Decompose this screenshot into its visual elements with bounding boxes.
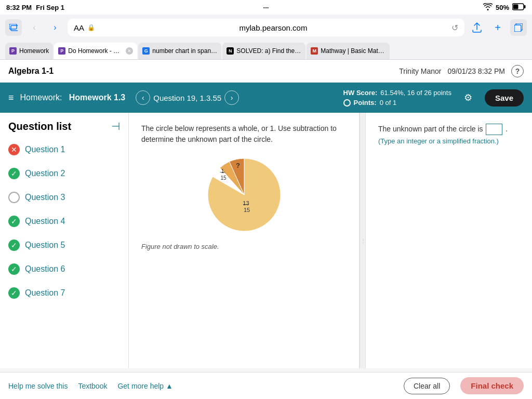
divider-dots-icon: ⋮ xyxy=(361,238,365,244)
tab-solved[interactable]: N SOLVED: a) Find the eq... xyxy=(222,43,305,59)
help-button[interactable]: ? xyxy=(511,65,524,77)
q-status-icon-6: ✓ xyxy=(8,263,20,275)
final-check-button[interactable]: Final check xyxy=(460,377,524,394)
hw-label: Homework: Homework 1.3 xyxy=(20,93,126,102)
svg-rect-3 xyxy=(9,24,17,29)
prev-question-button[interactable]: ‹ xyxy=(136,90,150,105)
tab-close-2[interactable]: ✕ xyxy=(126,47,133,55)
textbook-link[interactable]: Textbook xyxy=(78,382,107,390)
tab-mathway[interactable]: M Mathway | Basic Math P... xyxy=(307,43,390,59)
tab-do-homework[interactable]: P Do Homework - Homew... ✕ xyxy=(54,43,137,59)
points-label: Points: xyxy=(354,98,377,108)
hw-score-label: HW Score: xyxy=(343,88,378,98)
q-status-icon-3 xyxy=(8,192,20,203)
tab-overview-button[interactable] xyxy=(5,19,22,36)
tab-title-2: Do Homework - Homew... xyxy=(68,47,122,55)
q-status-icon-5: ✓ xyxy=(8,240,20,251)
more-help-link[interactable]: Get more help ▲ xyxy=(117,382,172,390)
main-content: Question list ⊣ ✕ Question 1 ✓ Question … xyxy=(0,113,532,368)
day-date: Fri Sep 1 xyxy=(36,4,64,11)
svg-rect-1 xyxy=(524,5,526,8)
q-label-1: Question 1 xyxy=(25,145,65,154)
menu-icon[interactable]: ≡ xyxy=(8,92,14,103)
new-tab-button[interactable]: + xyxy=(489,19,506,36)
q-label-2: Question 2 xyxy=(25,169,65,178)
question-item-4[interactable]: ✓ Question 4 xyxy=(0,209,128,233)
divider-handle[interactable]: ⋮ xyxy=(360,113,366,368)
answer-hint: (Type an integer or a simplified fractio… xyxy=(378,137,520,145)
bottom-toolbar: Help me solve this Textbook Get more hel… xyxy=(0,372,532,399)
tab-favicon-1: P xyxy=(9,47,17,55)
browser-chrome: ‹ › AA 🔒 mylab.pearson.com ↺ + P Homewor… xyxy=(0,15,532,60)
tab-title-4: SOLVED: a) Find the eq... xyxy=(236,47,301,55)
svg-text:13
          —
          15: 13 — 15 xyxy=(243,200,250,213)
battery-label: 50% xyxy=(496,4,509,11)
question-item-7[interactable]: ✓ Question 7 xyxy=(0,281,128,305)
q-label-7: Question 7 xyxy=(25,288,65,298)
next-question-button[interactable]: › xyxy=(224,90,239,105)
q-label-6: Question 6 xyxy=(25,264,65,274)
aa-button[interactable]: AA xyxy=(74,23,84,32)
question-item-1[interactable]: ✕ Question 1 xyxy=(0,138,128,162)
svg-rect-6 xyxy=(514,25,521,32)
status-bar: 8:32 PM Fri Sep 1 ··· 50% xyxy=(0,0,532,15)
question-item-5[interactable]: ✓ Question 5 xyxy=(0,233,128,257)
question-list-sidebar: Question list ⊣ ✕ Question 1 ✓ Question … xyxy=(0,113,129,368)
question-list-title: Question list xyxy=(8,121,71,132)
q-label-3: Question 3 xyxy=(25,193,65,202)
answer-text-after: . xyxy=(506,125,508,133)
tab-favicon-4: N xyxy=(227,47,234,55)
battery-icon xyxy=(512,3,526,12)
answer-text-before: The unknown part of the circle is xyxy=(378,125,483,133)
tab-favicon-5: M xyxy=(311,47,318,55)
tab-title-5: Mathway | Basic Math P... xyxy=(321,47,385,55)
svg-rect-2 xyxy=(513,4,518,9)
forward-button[interactable]: › xyxy=(47,19,63,36)
status-dots: ··· xyxy=(263,4,269,11)
q-status-icon-7: ✓ xyxy=(8,287,20,299)
answer-input-box[interactable] xyxy=(486,124,502,135)
question-content-area: The circle below represents a whole, or … xyxy=(129,113,360,368)
user-name: Trinity Manor xyxy=(399,67,441,75)
page-header: Algebra 1-1 Trinity Manor 09/01/23 8:32 … xyxy=(0,60,532,83)
q-status-icon-2: ✓ xyxy=(8,168,20,179)
settings-icon[interactable]: ⚙ xyxy=(464,92,472,103)
collapse-icon[interactable]: ⊣ xyxy=(111,120,120,132)
time: 8:32 PM xyxy=(6,4,32,11)
clear-all-button[interactable]: Clear all xyxy=(404,378,450,394)
tab-favicon-2: P xyxy=(58,47,65,55)
hw-name: Homework 1.3 xyxy=(69,93,125,102)
hw-nav: ‹ Question 19, 1.3.55 › xyxy=(136,90,239,105)
wifi-icon xyxy=(483,3,493,12)
tabs-button[interactable] xyxy=(510,19,527,36)
question-item-3[interactable]: Question 3 xyxy=(0,185,128,209)
url-text: mylab.pearson.com xyxy=(98,23,448,32)
question-description: The circle below represents a whole, or … xyxy=(141,123,347,145)
q-status-icon-4: ✓ xyxy=(8,216,20,227)
question-item-6[interactable]: ✓ Question 6 xyxy=(0,257,128,281)
question-item-2[interactable]: ✓ Question 2 xyxy=(0,162,128,185)
reload-button[interactable]: ↺ xyxy=(451,23,458,33)
hw-header: ≡ Homework: Homework 1.3 ‹ Question 19, … xyxy=(0,83,532,113)
more-help-arrow-icon: ▲ xyxy=(166,382,173,390)
tab-title-1: Homework xyxy=(19,47,49,55)
q-status-icon-1: ✕ xyxy=(8,144,20,155)
question-label: Question 19, 1.3.55 xyxy=(153,94,221,102)
tab-homework[interactable]: P Homework xyxy=(5,43,53,59)
browser-nav: ‹ › AA 🔒 mylab.pearson.com ↺ + xyxy=(0,15,532,41)
tab-title-3: number chart in spanis... xyxy=(152,47,217,55)
lock-icon: 🔒 xyxy=(87,24,95,31)
answer-prompt: The unknown part of the circle is . xyxy=(378,123,520,135)
back-button[interactable]: ‹ xyxy=(26,19,43,36)
svg-text:?: ? xyxy=(236,162,240,169)
hw-score-value: 61.54%, 16 of 26 points xyxy=(380,88,451,98)
url-bar[interactable]: AA 🔒 mylab.pearson.com ↺ xyxy=(68,19,464,36)
question-list-header: Question list ⊣ xyxy=(0,113,128,138)
help-solve-link[interactable]: Help me solve this xyxy=(8,382,68,390)
tab-favicon-3: G xyxy=(142,47,150,55)
share-button[interactable] xyxy=(469,19,485,36)
points-value: 0 of 1 xyxy=(380,98,397,108)
tab-number-chart[interactable]: G number chart in spanis... xyxy=(138,43,221,59)
save-button[interactable]: Save xyxy=(485,89,524,107)
pie-diagram: 13 — 15 1 — 15 xyxy=(141,153,347,236)
